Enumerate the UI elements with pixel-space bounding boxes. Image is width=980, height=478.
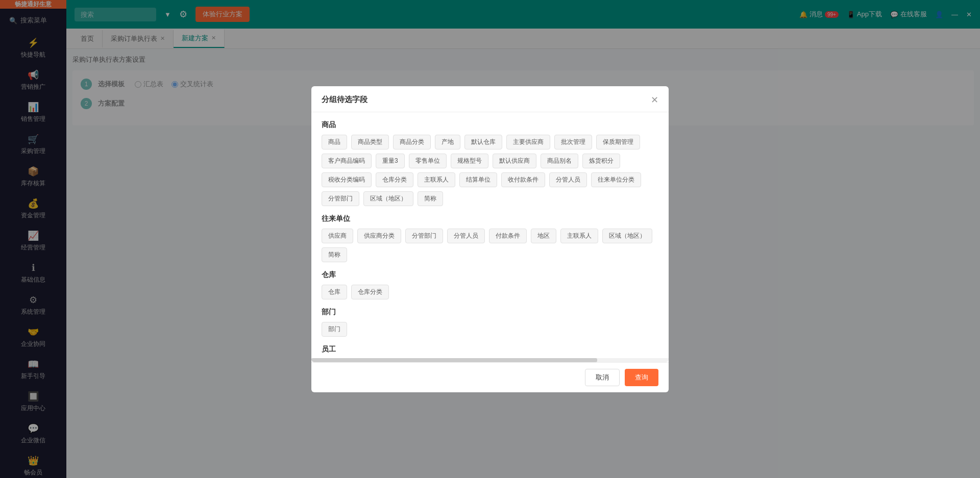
field-section-1: 往来单位供应商供应商分类分管部门分管人员付款条件地区主联系人区域（地区）简称 <box>322 214 658 262</box>
field-section-0: 商品商品商品类型商品分类产地默认仓库主要供应商批次管理保质期管理客户商品编码重量… <box>322 120 658 206</box>
field-tag-1-6[interactable]: 主联系人 <box>560 229 598 243</box>
field-tag-0-23[interactable]: 区域（地区） <box>363 191 413 206</box>
field-tag-0-22[interactable]: 分管部门 <box>322 191 359 206</box>
field-tag-0-9[interactable]: 重量3 <box>376 154 405 168</box>
section-title-0: 商品 <box>322 120 658 130</box>
confirm-button[interactable]: 查询 <box>625 369 658 386</box>
field-tag-0-7[interactable]: 保质期管理 <box>596 135 640 149</box>
field-tag-3-0[interactable]: 部门 <box>322 322 347 337</box>
modal-overlay: 分组待选字段 ✕ 商品商品商品类型商品分类产地默认仓库主要供应商批次管理保质期管… <box>0 0 980 478</box>
field-tag-0-21[interactable]: 往来单位分类 <box>591 172 641 187</box>
field-tag-0-14[interactable]: 炼货积分 <box>582 154 620 168</box>
field-tags-0: 商品商品类型商品分类产地默认仓库主要供应商批次管理保质期管理客户商品编码重量3零… <box>322 135 658 206</box>
modal-horizontal-scrollbar[interactable] <box>311 358 669 362</box>
field-tag-2-0[interactable]: 仓库 <box>322 285 347 299</box>
cancel-button[interactable]: 取消 <box>585 369 620 386</box>
field-tag-0-10[interactable]: 零售单位 <box>409 154 447 168</box>
field-tags-1: 供应商供应商分类分管部门分管人员付款条件地区主联系人区域（地区）简称 <box>322 229 658 262</box>
field-tag-0-1[interactable]: 商品类型 <box>351 135 389 149</box>
modal-footer: 取消 查询 <box>311 362 669 392</box>
field-tag-0-6[interactable]: 批次管理 <box>554 135 592 149</box>
field-tag-1-4[interactable]: 付款条件 <box>489 229 527 243</box>
section-title-4: 员工 <box>322 345 658 354</box>
field-tags-3: 部门 <box>322 322 658 337</box>
field-tag-0-24[interactable]: 简称 <box>418 191 443 206</box>
modal-title: 分组待选字段 <box>322 95 368 105</box>
field-section-2: 仓库仓库仓库分类 <box>322 270 658 299</box>
field-tag-1-5[interactable]: 地区 <box>531 229 556 243</box>
modal-close-button[interactable]: ✕ <box>651 94 658 106</box>
field-tag-0-20[interactable]: 分管人员 <box>549 172 587 187</box>
field-tag-1-0[interactable]: 供应商 <box>322 229 353 243</box>
field-tag-0-4[interactable]: 默认仓库 <box>464 135 502 149</box>
field-tag-0-12[interactable]: 默认供应商 <box>493 154 536 168</box>
field-tag-0-11[interactable]: 规格型号 <box>451 154 488 168</box>
field-tag-2-1[interactable]: 仓库分类 <box>351 285 389 299</box>
modal-header: 分组待选字段 ✕ <box>311 86 669 112</box>
field-tag-1-2[interactable]: 分管部门 <box>405 229 443 243</box>
section-title-2: 仓库 <box>322 270 658 280</box>
field-section-3: 部门部门 <box>322 308 658 337</box>
field-tag-1-7[interactable]: 区域（地区） <box>602 229 652 243</box>
modal-body: 商品商品商品类型商品分类产地默认仓库主要供应商批次管理保质期管理客户商品编码重量… <box>311 112 669 358</box>
field-tag-0-8[interactable]: 客户商品编码 <box>322 154 372 168</box>
field-tag-1-8[interactable]: 简称 <box>322 247 347 262</box>
field-tag-0-16[interactable]: 仓库分类 <box>376 172 413 187</box>
field-tag-0-0[interactable]: 商品 <box>322 135 347 149</box>
field-tag-0-15[interactable]: 税收分类编码 <box>322 172 372 187</box>
field-tag-1-3[interactable]: 分管人员 <box>447 229 485 243</box>
field-tags-2: 仓库仓库分类 <box>322 285 658 299</box>
field-tag-0-17[interactable]: 主联系人 <box>418 172 455 187</box>
field-tag-0-2[interactable]: 商品分类 <box>393 135 431 149</box>
field-tag-1-1[interactable]: 供应商分类 <box>357 229 401 243</box>
section-title-3: 部门 <box>322 308 658 317</box>
field-tag-0-13[interactable]: 商品别名 <box>541 154 578 168</box>
field-tag-0-18[interactable]: 结算单位 <box>459 172 497 187</box>
field-selection-modal: 分组待选字段 ✕ 商品商品商品类型商品分类产地默认仓库主要供应商批次管理保质期管… <box>311 86 669 392</box>
field-tag-0-19[interactable]: 收付款条件 <box>501 172 545 187</box>
field-tag-0-3[interactable]: 产地 <box>435 135 460 149</box>
modal-hscroll-thumb <box>311 358 597 362</box>
field-tag-0-5[interactable]: 主要供应商 <box>506 135 550 149</box>
field-section-4: 员工业务员 <box>322 345 658 358</box>
section-title-1: 往来单位 <box>322 214 658 223</box>
